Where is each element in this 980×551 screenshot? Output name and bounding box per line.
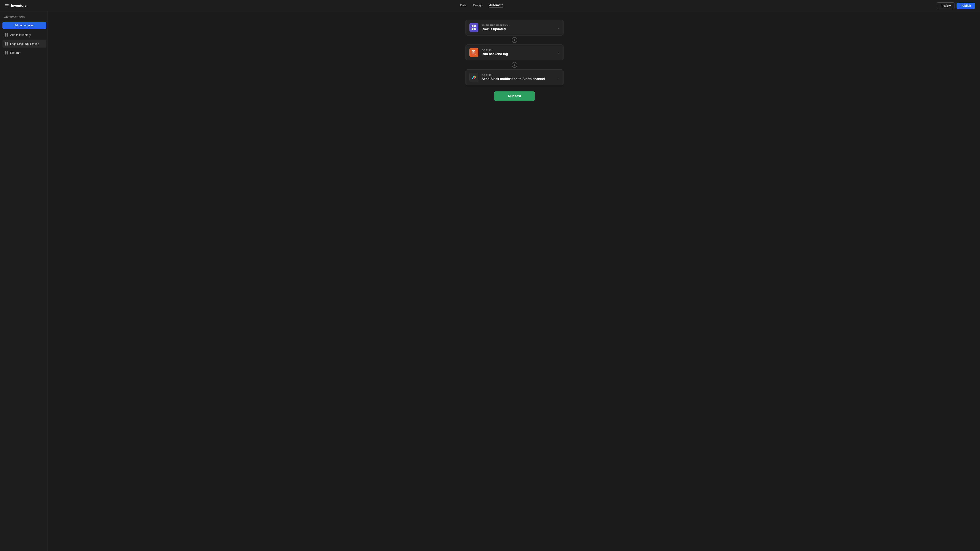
add-to-inventory-icon (5, 33, 8, 37)
action2-title: Send Slack notification to Alerts channe… (482, 77, 553, 81)
svg-rect-11 (6, 53, 8, 54)
tab-data[interactable]: Data (460, 3, 466, 8)
layout: Automations Add automation Add to invent… (0, 11, 980, 551)
plus-circle-2: + (512, 62, 517, 68)
svg-rect-15 (474, 28, 476, 30)
sidebar-item-logs-slack-label: Logs Slack Notification (10, 42, 39, 46)
sidebar-item-returns[interactable]: Returns (2, 49, 46, 57)
svg-rect-4 (5, 42, 6, 44)
action2-label: DO THIS: (482, 74, 553, 76)
plus-circle-1: + (512, 37, 517, 43)
tab-automate[interactable]: Automate (489, 3, 503, 8)
svg-rect-24 (472, 78, 473, 78)
action1-card[interactable]: λ DO THIS: Run backend log ⌄ (466, 44, 563, 60)
trigger-card[interactable]: WHEN THIS HAPPENS: Row is updated ⌄ (466, 20, 563, 35)
sidebar-item-add-to-inventory-label: Add to inventory (10, 33, 31, 37)
automation-flow: WHEN THIS HAPPENS: Row is updated ⌄ + (466, 20, 563, 101)
trigger-icon (469, 23, 478, 32)
svg-rect-12 (472, 25, 474, 27)
trigger-content: WHEN THIS HAPPENS: Row is updated (482, 24, 553, 31)
header-right: Preview Publish (937, 2, 975, 9)
grid-icon (471, 25, 477, 30)
trigger-label: WHEN THIS HAPPENS: (482, 24, 553, 27)
publish-button[interactable]: Publish (956, 3, 975, 9)
menu-icon[interactable] (5, 4, 9, 7)
svg-rect-2 (5, 35, 6, 37)
header-left: Inventory (5, 4, 27, 8)
svg-rect-30 (474, 77, 475, 78)
svg-rect-14 (472, 28, 474, 30)
sidebar: Automations Add automation Add to invent… (0, 11, 49, 551)
svg-rect-13 (474, 25, 476, 27)
action2-card[interactable]: DO THIS: Send Slack notification to Aler… (466, 69, 563, 85)
svg-rect-6 (5, 44, 6, 46)
svg-rect-10 (5, 53, 6, 54)
svg-text:λ: λ (475, 53, 476, 55)
svg-rect-27 (475, 76, 476, 78)
add-automation-button[interactable]: Add automation (2, 22, 46, 29)
trigger-title: Row is updated (482, 27, 553, 31)
sidebar-item-add-to-inventory[interactable]: Add to inventory (2, 31, 46, 38)
app-title: Inventory (11, 4, 27, 8)
action1-chevron-icon: ⌄ (557, 50, 560, 55)
action1-label: DO THIS: (482, 49, 553, 51)
log-icon: λ (471, 50, 477, 55)
svg-rect-9 (6, 51, 8, 52)
header: Inventory Data Design Automate Preview P… (0, 0, 980, 11)
sidebar-item-returns-label: Returns (10, 51, 20, 54)
action2-icon (469, 73, 478, 82)
logs-slack-icon (5, 42, 8, 46)
tab-design[interactable]: Design (473, 3, 483, 8)
action2-chevron-icon: ⌄ (557, 75, 560, 79)
svg-rect-5 (6, 42, 8, 44)
action1-title: Run backend log (482, 52, 553, 56)
svg-rect-26 (473, 77, 474, 78)
svg-rect-1 (6, 33, 8, 35)
main-content: WHEN THIS HAPPENS: Row is updated ⌄ + (49, 11, 980, 551)
trigger-chevron-icon: ⌄ (557, 25, 560, 30)
svg-rect-0 (5, 33, 6, 35)
add-step-1-button[interactable]: + (511, 37, 518, 43)
action2-content: DO THIS: Send Slack notification to Aler… (482, 74, 553, 81)
run-test-button[interactable]: Run test (494, 91, 535, 101)
returns-icon (5, 51, 8, 55)
svg-rect-3 (6, 35, 8, 37)
sidebar-item-logs-slack[interactable]: Logs Slack Notification (2, 40, 46, 48)
add-step-2-button[interactable]: + (511, 62, 518, 68)
action1-content: DO THIS: Run backend log (482, 49, 553, 56)
header-nav: Data Design Automate (460, 3, 503, 8)
action1-icon: λ (469, 48, 478, 57)
svg-rect-8 (5, 51, 6, 52)
preview-button[interactable]: Preview (937, 2, 955, 9)
svg-rect-28 (474, 76, 475, 77)
sidebar-section-title: Automations (2, 16, 46, 19)
svg-rect-7 (6, 44, 8, 46)
slack-icon (471, 75, 477, 80)
